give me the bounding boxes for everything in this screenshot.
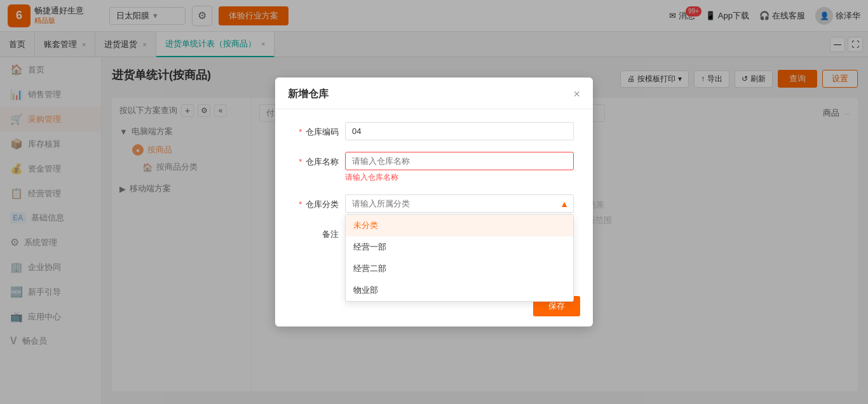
code-required-star: * <box>299 127 302 137</box>
dropdown-item-ops2[interactable]: 经营二部 <box>346 258 573 279</box>
category-required-star: * <box>299 199 302 209</box>
category-control: ▲ 未分类 经营一部 经营二部 物业部 <box>345 194 574 213</box>
dropdown-item-ops1[interactable]: 经营一部 <box>346 236 573 258</box>
dialog-overlay: 新增仓库 × * 仓库编码 * 仓库名称 <box>0 0 868 404</box>
code-field-row: * 仓库编码 <box>294 122 574 140</box>
dialog-title: 新增仓库 <box>288 88 329 101</box>
dialog-close-button[interactable]: × <box>573 88 580 101</box>
code-input[interactable] <box>345 122 574 140</box>
new-warehouse-dialog: 新增仓库 × * 仓库编码 * 仓库名称 <box>275 77 593 327</box>
name-control: 请输入仓库名称 <box>345 152 574 183</box>
category-field-row: * 仓库分类 ▲ 未分类 经营一部 经营二部 物业部 <box>294 194 574 213</box>
name-field-row: * 仓库名称 请输入仓库名称 <box>294 152 574 183</box>
code-label: * 仓库编码 <box>294 122 339 138</box>
dialog-header: 新增仓库 × <box>275 77 593 109</box>
category-dropdown: 未分类 经营一部 经营二部 物业部 <box>345 214 574 302</box>
name-label: * 仓库名称 <box>294 152 339 168</box>
dropdown-item-property[interactable]: 物业部 <box>346 279 573 301</box>
dropdown-item-uncategorized[interactable]: 未分类 <box>346 215 573 236</box>
name-input[interactable] <box>345 152 574 170</box>
code-control <box>345 122 574 140</box>
name-required-star: * <box>299 157 302 166</box>
category-select-wrapper: ▲ 未分类 经营一部 经营二部 物业部 <box>345 194 574 213</box>
category-label: * 仓库分类 <box>294 194 339 210</box>
dialog-body: * 仓库编码 * 仓库名称 请输入仓库名称 <box>275 109 593 288</box>
category-input[interactable] <box>345 194 574 213</box>
name-error-msg: 请输入仓库名称 <box>345 172 574 183</box>
note-label: 备注 <box>294 224 339 240</box>
